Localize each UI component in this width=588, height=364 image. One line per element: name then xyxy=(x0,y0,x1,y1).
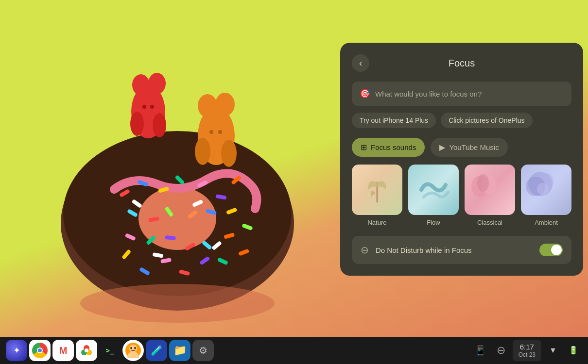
dnd-toggle[interactable] xyxy=(539,244,563,256)
flow-thumbnail xyxy=(408,165,459,215)
tab-youtube-music[interactable]: ▶ YouTube Music xyxy=(431,138,507,157)
svg-point-39 xyxy=(142,105,146,109)
ambient-label: Ambient xyxy=(535,219,558,226)
sound-card-flow[interactable]: Flow xyxy=(408,165,459,226)
dnd-status-icon[interactable]: ⊖ xyxy=(492,342,510,359)
sound-card-ambient[interactable]: Ambient xyxy=(521,165,571,226)
dnd-icon: ⊖ xyxy=(361,244,369,256)
nature-label: Nature xyxy=(367,219,386,226)
taskbar-apps: ✦ M >_ xyxy=(6,340,214,361)
gmail-app-icon[interactable]: M xyxy=(52,340,74,361)
svg-point-37 xyxy=(130,112,144,136)
svg-point-42 xyxy=(198,94,217,117)
taskbar-sys-area: 📱 ⊖ 6:17 Oct 23 ▼ 🔋 xyxy=(472,340,582,361)
system-tray-clock[interactable]: 6:17 Oct 23 xyxy=(513,340,541,361)
ambient-thumbnail xyxy=(521,165,571,215)
svg-point-43 xyxy=(215,93,235,116)
settings-app-icon[interactable]: ⚙ xyxy=(192,340,214,361)
svg-point-63 xyxy=(130,347,132,349)
focus-sounds-label: Focus sounds xyxy=(371,143,416,151)
terminal-app-icon[interactable]: >_ xyxy=(99,340,121,361)
svg-point-55 xyxy=(537,183,549,195)
svg-point-36 xyxy=(148,73,166,94)
panel-title: Focus xyxy=(449,58,475,69)
svg-point-59 xyxy=(85,348,88,352)
focus-input-icon: 🎯 xyxy=(360,88,370,99)
svg-point-46 xyxy=(209,130,213,134)
taskbar: ✦ M >_ xyxy=(0,337,588,364)
svg-point-64 xyxy=(134,347,136,349)
focus-panel: ‹ Focus 🎯 What would you like to focus o… xyxy=(340,43,583,276)
app-launcher-button[interactable]: ✦ xyxy=(6,340,27,361)
clock-time: 6:17 xyxy=(520,343,534,351)
focus-input-area[interactable]: 🎯 What would you like to focus on? xyxy=(352,82,571,106)
classical-label: Classical xyxy=(477,219,502,226)
svg-point-44 xyxy=(195,138,210,165)
sound-card-classical[interactable]: Classical xyxy=(465,165,515,226)
svg-point-35 xyxy=(132,74,150,96)
classical-thumbnail xyxy=(465,165,515,215)
nature-thumbnail xyxy=(352,165,402,215)
svg-point-48 xyxy=(80,284,275,323)
focus-sounds-icon: ⊞ xyxy=(361,143,367,152)
youtube-music-icon: ▶ xyxy=(439,143,445,152)
suggestion-chip-2[interactable]: Click pictures of OnePlus xyxy=(441,113,532,128)
donut-illustration xyxy=(0,0,340,340)
svg-point-45 xyxy=(221,140,237,167)
google-assistant-icon[interactable] xyxy=(122,340,144,361)
sound-tabs: ⊞ Focus sounds ▶ YouTube Music xyxy=(352,138,571,157)
focus-header: ‹ Focus xyxy=(352,54,571,72)
focus-suggestions: Try out iPhone 14 Plus Click pictures of… xyxy=(352,113,571,128)
focus-app-icon[interactable]: 🧪 xyxy=(146,340,167,361)
svg-point-51 xyxy=(477,174,489,192)
wifi-icon: ▼ xyxy=(544,342,562,359)
phone-hub-icon[interactable]: 📱 xyxy=(472,342,489,359)
suggestion-chip-1[interactable]: Try out iPhone 14 Plus xyxy=(352,113,436,128)
chrome-browser-icon[interactable] xyxy=(29,340,51,361)
focus-input-placeholder: What would you like to focus on? xyxy=(375,90,482,98)
flow-label: Flow xyxy=(427,219,440,226)
battery-icon: 🔋 xyxy=(565,342,582,359)
dnd-row: ⊖ Do Not Disturb while in Focus xyxy=(352,236,571,264)
back-button[interactable]: ‹ xyxy=(352,54,369,72)
google-photos-icon[interactable] xyxy=(76,340,97,361)
tab-focus-sounds[interactable]: ⊞ Focus sounds xyxy=(352,138,425,157)
toggle-thumb xyxy=(551,245,562,255)
youtube-music-label: YouTube Music xyxy=(449,143,499,151)
svg-point-40 xyxy=(150,105,154,109)
sound-card-nature[interactable]: Nature xyxy=(352,165,402,226)
svg-point-38 xyxy=(153,113,166,137)
clock-date: Oct 23 xyxy=(519,351,536,358)
dnd-label: Do Not Disturb while in Focus xyxy=(376,246,533,254)
sound-grid: Nature Flow xyxy=(352,165,571,226)
files-app-icon[interactable]: 📁 xyxy=(169,340,190,361)
svg-point-47 xyxy=(218,130,222,134)
